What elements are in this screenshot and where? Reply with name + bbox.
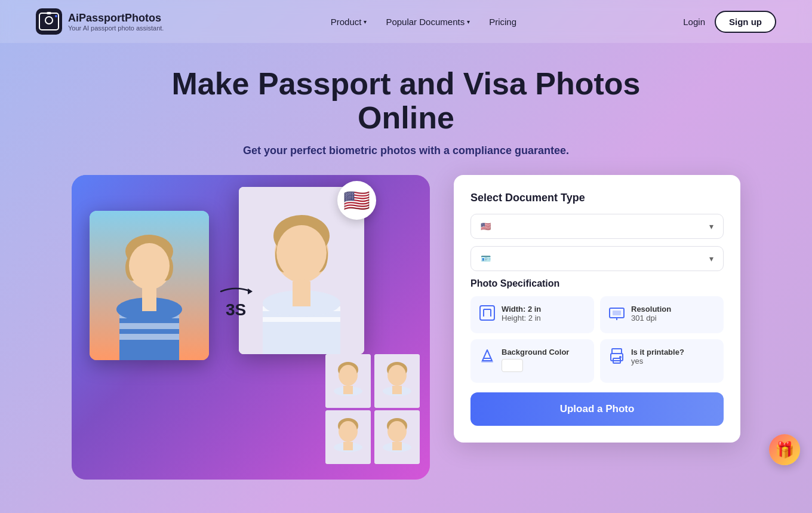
svg-rect-14 [119,334,179,340]
flag-circle: 🇺🇸 [337,181,376,220]
hero-subtitle: Get your perfect biometric photos with a… [243,145,569,157]
main-nav: Product ▾ Popular Documents ▾ Pricing [331,17,516,27]
chevron-down-icon: ▾ [709,254,713,263]
svg-point-50 [388,421,406,441]
form-section-title: Select Document Type [470,192,724,204]
svg-marker-17 [248,288,253,294]
svg-point-32 [339,365,357,385]
svg-rect-46 [343,442,353,450]
main-content: 3S 🇺🇸 [0,157,812,503]
form-card: Select Document Type 🇺🇸 ▾ 🪪 ▾ Photo Spec… [454,175,740,443]
svg-point-10 [129,243,170,288]
spec-height-label: Height: 2 in [502,314,541,322]
small-photo-1 [325,354,371,408]
printer-icon [608,348,625,368]
spec-printable-label: Is it printable? [631,348,684,357]
original-photo-card [90,211,209,360]
brand-tagline: Your AI passport photo assistant. [68,24,164,32]
arrow-area: 3S [218,282,254,320]
spec-resolution: Resolution 301 dpi [600,296,724,333]
logo-text: AiPassportPhotos Your AI passport photo … [68,12,164,32]
svg-point-4 [55,15,57,17]
nav-product[interactable]: Product ▾ [331,17,367,27]
svg-rect-40 [392,386,402,394]
doc-type-dropdown[interactable]: 🪪 ▾ [470,246,724,271]
svg-rect-3 [47,12,51,14]
svg-rect-34 [343,386,353,394]
color-swatch[interactable] [502,359,523,372]
small-photo-3 [325,410,371,464]
spec-resolution-label: Resolution [631,305,671,314]
svg-rect-26 [263,317,340,322]
gift-badge[interactable]: 🎁 [769,434,800,465]
signup-button[interactable]: Sign up [715,11,776,33]
size-icon [479,305,496,325]
small-photos-grid [325,354,421,464]
header: AiPassportPhotos Your AI passport photo … [0,0,812,43]
svg-point-44 [339,421,357,441]
nav-buttons: Login Sign up [683,11,776,33]
hero-title: Make Passport and Visa Photos Online [137,67,675,135]
resolution-icon [608,305,625,325]
svg-rect-52 [392,442,402,450]
chevron-down-icon: ▾ [364,19,367,25]
spec-dpi-value: 301 dpi [631,314,671,322]
spec-printable: Is it printable? yes [600,339,724,383]
svg-rect-53 [480,306,494,320]
spec-grid: Width: 2 in Height: 2 in Resolution 30 [470,296,724,383]
login-button[interactable]: Login [683,17,705,27]
country-dropdown[interactable]: 🇺🇸 ▾ [470,214,724,239]
chevron-down-icon: ▾ [467,19,470,25]
arrow-icon [218,282,254,300]
svg-rect-28 [293,281,310,306]
chevron-down-icon: ▾ [709,222,713,231]
background-color-icon [479,348,496,368]
spec-background: Background Color [470,339,594,383]
svg-rect-60 [613,311,621,315]
svg-rect-16 [142,287,156,311]
svg-rect-62 [612,349,622,354]
svg-point-65 [619,356,622,358]
spec-width-label: Width: 2 in [502,305,541,314]
timer-label: 3S [226,300,246,320]
spec-bg-label: Background Color [502,348,569,357]
spec-title: Photo Specification [470,278,724,289]
spec-size: Width: 2 in Height: 2 in [470,296,594,333]
spec-printable-value: yes [631,357,684,365]
flag-icon: 🇺🇸 [481,222,491,231]
doc-type-icon: 🪪 [481,254,491,263]
nav-pricing[interactable]: Pricing [489,17,516,27]
brand-name: AiPassportPhotos [68,12,164,24]
small-photo-2 [374,354,420,408]
upload-photo-button[interactable]: Upload a Photo [470,392,724,426]
svg-point-23 [276,225,327,280]
hero-section: Make Passport and Visa Photos Online Get… [0,43,812,157]
small-photo-4 [374,410,420,464]
photo-demo: 3S 🇺🇸 [72,175,430,480]
svg-rect-61 [481,361,493,363]
nav-popular-documents[interactable]: Popular Documents ▾ [386,17,470,27]
logo: AiPassportPhotos Your AI passport photo … [36,8,164,35]
logo-icon [36,8,62,35]
svg-rect-13 [119,323,179,329]
svg-point-38 [388,365,406,385]
